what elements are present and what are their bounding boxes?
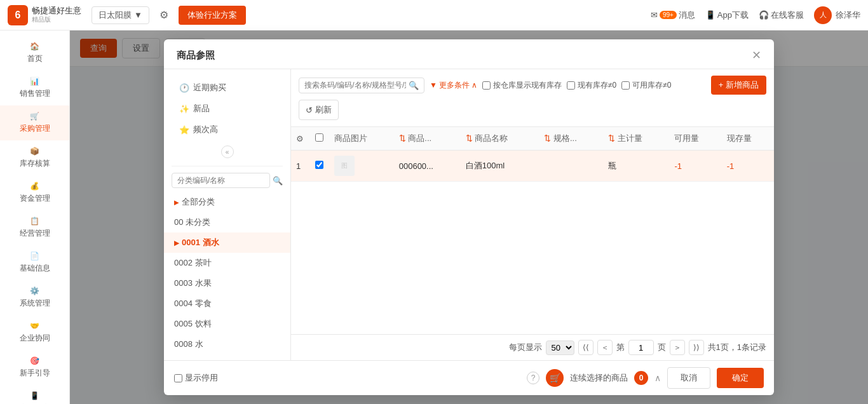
cancel-btn[interactable]: 取消 [667, 367, 710, 389]
modal-close-btn[interactable]: ✕ [752, 48, 761, 62]
first-page-btn[interactable]: ⟨⟨ [578, 340, 593, 355]
settings-icon: ⚙ [296, 134, 304, 144]
new-icon: ✨ [179, 104, 189, 114]
checkbox-nonzero-stock-input[interactable] [567, 81, 575, 90]
sidebar-item-purchase[interactable]: 🛒 采购管理 [0, 105, 69, 140]
guide-icon: 🎯 [30, 356, 39, 365]
cat-item-all[interactable]: ▶ 全部分类 [164, 192, 290, 212]
app-center-icon: 📱 [30, 391, 39, 400]
modal-footer: 显示停用 ? 🛒 连续选择的商品 0 ∧ 取消 确定 [164, 360, 774, 395]
cat-item-appliance[interactable]: 0010 家电 [164, 354, 290, 360]
th-available: 可用量 [669, 127, 721, 151]
total-info: 共1页，1条记录 [708, 342, 766, 353]
select-all-checkbox[interactable] [315, 133, 323, 142]
sort-icon-unit: ⇅ [608, 133, 615, 143]
checkbox-available-nonzero: 可用库存≠0 [621, 80, 671, 91]
product-table-wrap: ⚙ 商品图片 [291, 127, 774, 334]
message-badge: 99+ [660, 11, 677, 19]
main-layout: 🏠 首页 📊 销售管理 🛒 采购管理 📦 库存核算 💰 资金管理 📋 经营管理 … [0, 30, 868, 404]
left-item-new[interactable]: ✨ 新品 [172, 98, 283, 119]
sidebar-item-system[interactable]: ⚙️ 系统管理 [0, 280, 69, 315]
add-product-btn[interactable]: + 新增商品 [711, 76, 766, 95]
filter-icon: ▼ [430, 81, 437, 90]
company-dropdown[interactable]: 日太阳膜 ▼ [92, 6, 149, 24]
cell-unit: 瓶 [603, 151, 669, 182]
cooperation-icon: 🤝 [30, 321, 39, 330]
sidebar-item-management[interactable]: 📋 经营管理 [0, 210, 69, 245]
cell-code: 000600... [394, 151, 461, 182]
sidebar-item-finance[interactable]: 💰 资金管理 [0, 175, 69, 210]
th-unit[interactable]: ⇅ 主计量 [603, 127, 669, 151]
table-row[interactable]: 1 图 000600... [291, 151, 774, 182]
modal-overlay: 商品参照 ✕ 🕐 近期购买 ✨ [70, 30, 868, 404]
prev-page-btn[interactable]: ＜ [597, 340, 613, 355]
th-settings[interactable]: ⚙ [291, 127, 310, 151]
left-item-recent[interactable]: 🕐 近期购买 [172, 77, 283, 98]
cat-search-icon[interactable]: 🔍 [273, 176, 283, 185]
cat-item-uncategorized[interactable]: 00 未分类 [164, 212, 290, 232]
top-nav: 6 畅捷通好生意 精品版 日太阳膜 ▼ ⚙ 体验行业方案 ✉ 99+ 消息 📱 … [0, 0, 868, 30]
show-disabled-checkbox[interactable] [174, 374, 182, 382]
purchase-icon: 🛒 [30, 112, 39, 121]
page-number-input[interactable] [628, 340, 654, 355]
th-code[interactable]: ⇅ 商品... [394, 127, 461, 151]
gear-icon[interactable]: ⚙ [159, 9, 168, 21]
experience-btn[interactable]: 体验行业方案 [179, 6, 246, 25]
sidebar-item-home[interactable]: 🏠 首页 [0, 36, 69, 71]
basic-info-icon: 📄 [30, 252, 39, 260]
pagination: 每页显示 50 ⟨⟨ ＜ 第 页 ＞ ⟩⟩ 共1页，1条记录 [291, 334, 774, 360]
cell-checkbox[interactable] [310, 151, 329, 182]
per-page-select[interactable]: 50 [546, 340, 574, 355]
message-icon: ✉ [651, 10, 658, 20]
cart-btn[interactable]: 🛒 [546, 369, 564, 387]
cart-collapse-btn[interactable]: ∧ [654, 373, 661, 383]
system-icon: ⚙️ [30, 286, 39, 295]
left-item-frequent[interactable]: ⭐ 频次高 [172, 119, 283, 140]
cat-item-snack[interactable]: 0004 零食 [164, 293, 290, 314]
th-image: 商品图片 [329, 127, 394, 151]
row-checkbox[interactable] [315, 161, 323, 169]
checkbox-warehouse-input[interactable] [482, 81, 491, 90]
confirm-btn[interactable]: 确定 [717, 368, 764, 388]
th-checkbox[interactable] [310, 127, 329, 151]
help-icon[interactable]: ? [527, 372, 539, 384]
th-name[interactable]: ⇅ 商品名称 [461, 127, 539, 151]
message-btn[interactable]: ✉ 99+ 消息 [651, 10, 695, 21]
star-icon: ⭐ [179, 125, 189, 135]
cat-item-liquor[interactable]: ▶ 0001 酒水 [164, 232, 290, 253]
show-disabled-wrap: 显示停用 [174, 372, 218, 384]
cart-count-badge: 0 [634, 371, 648, 385]
product-reference-modal: 商品参照 ✕ 🕐 近期购买 ✨ [164, 39, 774, 395]
checkbox-available-nonzero-input[interactable] [621, 81, 630, 90]
sidebar-item-app-center[interactable]: 📱 应用中心 [0, 385, 69, 404]
collapse-left-btn[interactable]: « [221, 145, 234, 158]
category-search-input[interactable] [172, 173, 270, 188]
sidebar-item-sales[interactable]: 📊 销售管理 [0, 71, 69, 105]
product-search-input[interactable] [304, 81, 406, 90]
th-spec[interactable]: ⇅ 规格... [539, 127, 603, 151]
product-table: ⚙ 商品图片 [291, 127, 774, 182]
user-area[interactable]: 人 徐泽华 [814, 6, 860, 24]
app-download-btn[interactable]: 📱 App下载 [705, 10, 749, 21]
next-page-btn[interactable]: ＞ [670, 340, 685, 355]
service-btn[interactable]: 🎧 在线客服 [759, 10, 804, 21]
cat-item-tea[interactable]: 0002 茶叶 [164, 253, 290, 273]
last-page-btn[interactable]: ⟩⟩ [689, 340, 704, 355]
refresh-btn[interactable]: ↺ 刷新 [299, 100, 339, 120]
quick-access-section: 🕐 近期购买 ✨ 新品 ⭐ 频次高 [164, 74, 290, 143]
sidebar-item-inventory[interactable]: 📦 库存核算 [0, 140, 69, 175]
sidebar-item-guide[interactable]: 🎯 新手引导 [0, 350, 69, 385]
cell-stock: -1 [722, 151, 774, 182]
recent-icon: 🕐 [179, 83, 189, 93]
search-icon[interactable]: 🔍 [409, 81, 419, 90]
filter-btn[interactable]: ▼ 更多条件 ∧ [430, 80, 477, 91]
footer-right: ? 🛒 连续选择的商品 0 ∧ [527, 369, 661, 387]
logo-sub: 精品版 [32, 15, 81, 24]
cat-item-water[interactable]: 0008 水 [164, 334, 290, 354]
page-label: 第 [616, 342, 625, 353]
nav-right: ✉ 99+ 消息 📱 App下载 🎧 在线客服 人 徐泽华 [651, 6, 860, 24]
cat-item-drink[interactable]: 0005 饮料 [164, 314, 290, 334]
sidebar-item-cooperation[interactable]: 🤝 企业协同 [0, 315, 69, 350]
sidebar-item-basic-info[interactable]: 📄 基础信息 [0, 245, 69, 280]
cat-item-fruit[interactable]: 0003 水果 [164, 273, 290, 293]
